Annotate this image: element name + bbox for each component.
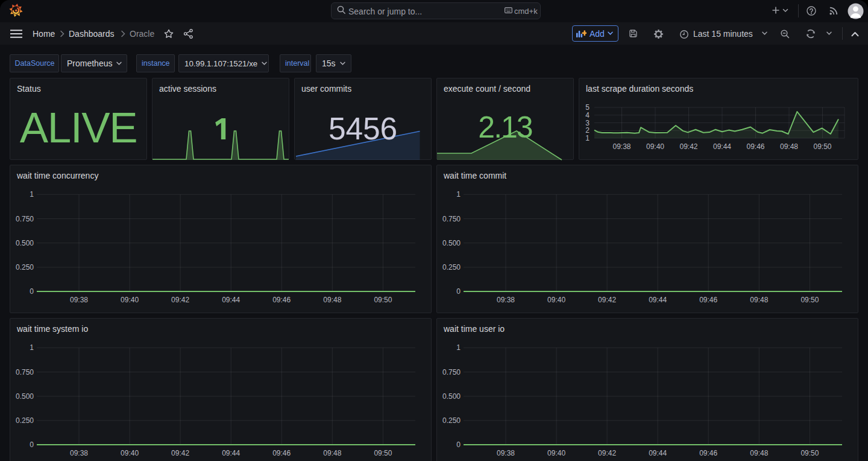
svg-text:09:40: 09:40: [121, 449, 139, 457]
svg-text:09:38: 09:38: [70, 296, 88, 304]
svg-text:0.250: 0.250: [442, 416, 461, 425]
svg-text:09:50: 09:50: [800, 449, 819, 457]
svg-text:09:42: 09:42: [171, 296, 189, 304]
svg-text:0.500: 0.500: [16, 239, 34, 247]
svg-text:0.500: 0.500: [16, 392, 34, 401]
svg-text:09:50: 09:50: [800, 296, 819, 304]
svg-text:09:40: 09:40: [547, 449, 565, 457]
svg-text:0: 0: [30, 440, 34, 449]
svg-text:0: 0: [456, 440, 461, 449]
svg-text:0.750: 0.750: [16, 215, 34, 223]
svg-text:09:42: 09:42: [598, 296, 616, 304]
svg-text:09:46: 09:46: [272, 449, 291, 457]
svg-text:0.500: 0.500: [442, 392, 461, 401]
svg-text:09:46: 09:46: [699, 449, 717, 457]
svg-text:09:44: 09:44: [649, 296, 667, 304]
svg-text:09:48: 09:48: [750, 296, 768, 304]
svg-text:09:48: 09:48: [323, 449, 341, 457]
svg-text:0: 0: [456, 287, 461, 296]
svg-text:1: 1: [456, 343, 461, 352]
svg-text:09:42: 09:42: [598, 449, 616, 457]
svg-text:09:40: 09:40: [547, 296, 565, 304]
svg-text:09:38: 09:38: [70, 449, 88, 457]
svg-text:1: 1: [30, 190, 34, 199]
svg-text:09:50: 09:50: [374, 449, 392, 457]
svg-text:09:40: 09:40: [646, 142, 664, 151]
svg-text:09:48: 09:48: [750, 449, 768, 457]
svg-text:09:38: 09:38: [497, 449, 515, 457]
svg-text:0.750: 0.750: [442, 368, 461, 377]
svg-text:09:44: 09:44: [649, 449, 667, 457]
svg-text:09:46: 09:46: [699, 296, 717, 304]
svg-text:09:46: 09:46: [746, 142, 764, 151]
svg-text:0.250: 0.250: [442, 263, 461, 272]
svg-text:0.750: 0.750: [16, 368, 34, 377]
svg-text:1: 1: [456, 190, 461, 199]
svg-text:0.250: 0.250: [16, 263, 34, 272]
svg-text:09:38: 09:38: [497, 296, 515, 304]
svg-text:1: 1: [585, 134, 590, 142]
svg-text:0.500: 0.500: [442, 239, 461, 247]
svg-text:0.750: 0.750: [442, 215, 461, 223]
svg-text:0: 0: [30, 287, 34, 296]
svg-text:09:50: 09:50: [813, 142, 831, 151]
svg-text:09:48: 09:48: [323, 296, 341, 304]
svg-text:09:42: 09:42: [679, 142, 697, 151]
svg-text:09:38: 09:38: [612, 142, 631, 151]
svg-text:09:40: 09:40: [121, 296, 139, 304]
svg-text:09:44: 09:44: [222, 449, 240, 457]
svg-text:09:44: 09:44: [222, 296, 240, 304]
svg-text:09:48: 09:48: [780, 142, 798, 151]
svg-text:09:50: 09:50: [374, 296, 392, 304]
svg-text:0.250: 0.250: [16, 416, 34, 425]
svg-text:1: 1: [30, 343, 34, 352]
svg-text:09:44: 09:44: [713, 142, 731, 151]
svg-text:09:42: 09:42: [171, 449, 189, 457]
svg-text:09:46: 09:46: [272, 296, 291, 304]
